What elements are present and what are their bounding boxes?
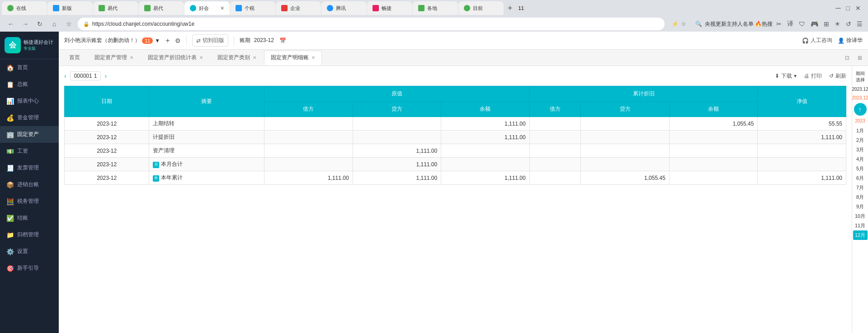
maximize-button[interactable]: □ — [846, 5, 850, 12]
sidebar-item-home[interactable]: 🏠 首页 — [0, 59, 59, 76]
period-month-11月[interactable]: 11月 — [853, 221, 868, 230]
period-month-12月[interactable]: 12月 — [853, 230, 868, 240]
tab-changjie[interactable]: 畅捷 — [367, 1, 412, 15]
tab-yidai1[interactable]: 易代 — [93, 1, 138, 15]
url-bar[interactable]: 🔒 https://cloud.chanjet.com/accounting/u… — [78, 18, 665, 30]
table-row[interactable]: 2023-12 计提折旧 1,111.00 1,111.00 — [65, 131, 846, 144]
service-button[interactable]: 🎧 人工咨询 — [802, 37, 832, 44]
tab-home[interactable]: 首页 — [62, 51, 87, 65]
period-month-5月[interactable]: 5月 — [853, 164, 868, 174]
back-button[interactable]: ← — [5, 19, 16, 29]
badge-2023[interactable]: 2023 — [854, 117, 866, 124]
tab-asset-category[interactable]: 固定资产类别 ✕ — [211, 51, 263, 65]
table-row[interactable]: 2023-12 上期结转 1,111.00 1,055.45 55.55 — [65, 117, 846, 131]
switch-version-button[interactable]: ⇄ 切到旧版 — [192, 34, 228, 47]
home-button[interactable]: ⌂ — [49, 19, 60, 29]
sidebar-item-archive[interactable]: 📁 归档管理 — [0, 226, 59, 243]
table-row[interactable]: 2023-12 资产清理 1,111.00 — [65, 144, 846, 158]
cell-accum-credit: 1,055.45 — [581, 171, 670, 185]
add-account-button[interactable]: + — [165, 37, 170, 45]
download-button[interactable]: ⬇ 下载 ▾ — [775, 72, 797, 80]
period-month-3月[interactable]: 3月 — [853, 145, 868, 155]
sidebar-item-salary[interactable]: 💵 工资 — [0, 143, 59, 159]
scissors-icon[interactable]: ✂ — [776, 20, 782, 28]
next-page-button[interactable]: › — [104, 72, 107, 80]
sidebar-item-asset[interactable]: 🏢 固定资产 — [0, 126, 59, 143]
window-restore-icon[interactable]: ⊡ — [843, 53, 852, 62]
user-info[interactable]: 👤 徐译华 — [838, 37, 863, 44]
close-asset-depreciation-tab[interactable]: ✕ — [199, 55, 203, 60]
grid-icon[interactable]: ⊞ — [824, 20, 829, 28]
tab-zaixin[interactable]: 在线 — [2, 1, 47, 15]
sidebar-item-ledger[interactable]: 📋 总账 — [0, 76, 59, 93]
shield-icon[interactable]: 🛡 — [799, 20, 805, 28]
sidebar-item-settings[interactable]: ⚙️ 设置 — [0, 243, 59, 260]
forward-button[interactable]: → — [20, 19, 31, 29]
cell-orig-debit — [264, 117, 353, 131]
browser-chrome: 在线 新版 易代 易代 好会 ✕ 个税 企业 腾讯 — [0, 0, 868, 32]
print-button[interactable]: 🖨 打印 — [804, 72, 822, 80]
close-window-button[interactable]: ✕ — [855, 5, 861, 12]
tab-geshui[interactable]: 个税 — [230, 1, 275, 15]
close-asset-category-tab[interactable]: ✕ — [253, 55, 256, 60]
bookmark-star[interactable]: ☆ — [681, 21, 686, 27]
search-box[interactable]: 🔍 央视更新主持人名单 🔥热搜 — [695, 20, 773, 28]
calendar-icon[interactable]: 📅 — [279, 38, 286, 44]
col-date: 日期 — [65, 86, 149, 117]
period-month-7月[interactable]: 7月 — [853, 183, 868, 192]
tab-yidai2[interactable]: 易代 — [139, 1, 184, 15]
settings-gear-icon[interactable]: ⚙ — [175, 37, 181, 44]
tab-haohui[interactable]: 好会 ✕ — [184, 1, 230, 15]
period-year-label1: 2023.12 — [851, 86, 868, 93]
app-logo-icon: 会 — [5, 37, 21, 53]
table-row[interactable]: 2023-12 月本月合计 1,111.00 — [65, 158, 846, 171]
tab-close-haohui[interactable]: ✕ — [220, 5, 224, 11]
period-month-6月[interactable]: 6月 — [853, 174, 868, 183]
refresh-button[interactable]: ↺ 刷新 — [829, 72, 846, 80]
table-row[interactable]: 2023-12 年本年累计 1,111.00 1,111.00 1,111.00… — [65, 171, 846, 185]
reload-button[interactable]: ↻ — [34, 19, 45, 29]
period-month-9月[interactable]: 9月 — [853, 202, 868, 211]
tab-xinban[interactable]: 新版 — [47, 1, 93, 15]
url-text: https://cloud.chanjet.com/accounting/uw1… — [92, 21, 194, 27]
cell-date: 2023-12 — [65, 158, 149, 171]
period-month-8月[interactable]: 8月 — [853, 192, 868, 202]
cell-orig-balance: 1,111.00 — [441, 131, 530, 144]
cell-accum-credit — [581, 144, 670, 158]
tab-asset-depreciation[interactable]: 固定资产折旧统计表 ✕ — [141, 51, 210, 65]
new-tab-button[interactable]: + — [508, 4, 513, 13]
tab-asset-detail[interactable]: 固定资产明细账 ✕ — [264, 51, 322, 65]
close-asset-mgmt-tab[interactable]: ✕ — [130, 55, 133, 60]
period-month-10月[interactable]: 10月 — [853, 211, 868, 221]
close-asset-detail-tab[interactable]: ✕ — [311, 55, 315, 60]
period-month-1月[interactable]: 1月 — [853, 126, 868, 136]
account-selector[interactable]: 刘小艳演示账套（勿删勿动！） 11 ▼ — [64, 37, 160, 44]
cell-summary: 计提折旧 — [149, 131, 264, 144]
sidebar-item-invoice[interactable]: 🧾 发票管理 — [0, 159, 59, 176]
sidebar-item-purchase[interactable]: 📦 进销台账 — [0, 176, 59, 193]
history-icon[interactable]: ↺ — [846, 20, 851, 28]
sidebar-item-report[interactable]: 📊 报表中心 — [0, 93, 59, 109]
report-icon: 📊 — [6, 98, 14, 105]
prev-page-button[interactable]: ‹ — [64, 72, 66, 80]
sidebar-item-guide[interactable]: 🎯 新手引导 — [0, 260, 59, 277]
translate-icon[interactable]: 译 — [787, 20, 793, 28]
minimize-button[interactable]: ─ — [835, 4, 840, 12]
window-expand-icon[interactable]: ⊞ — [855, 53, 864, 62]
sidebar-item-closing[interactable]: ✅ 结账 — [0, 210, 59, 226]
tab-overflow-badge[interactable]: 11 — [516, 5, 526, 11]
period-month-4月[interactable]: 4月 — [853, 155, 868, 164]
sidebar-item-tax[interactable]: 🧮 税务管理 — [0, 193, 59, 210]
tab-gedi[interactable]: 各地 — [413, 1, 458, 15]
tab-qiye[interactable]: 企业 — [276, 1, 321, 15]
tab-asset-mgmt[interactable]: 固定资产管理 ✕ — [88, 51, 140, 65]
sidebar-item-fund[interactable]: 💰 资金管理 — [0, 109, 59, 126]
menu-icon[interactable]: ☰ — [857, 20, 863, 28]
bookmark-button[interactable]: ☆ — [63, 19, 74, 29]
brightness-icon[interactable]: ☀ — [835, 20, 840, 28]
period-month-2月[interactable]: 2月 — [853, 136, 868, 145]
period-up-icon[interactable]: ↑ — [854, 103, 867, 116]
tab-muqian[interactable]: 目前 — [458, 1, 504, 15]
game-icon[interactable]: 🎮 — [811, 20, 818, 28]
tab-tengxun[interactable]: 腾讯 — [321, 1, 367, 15]
